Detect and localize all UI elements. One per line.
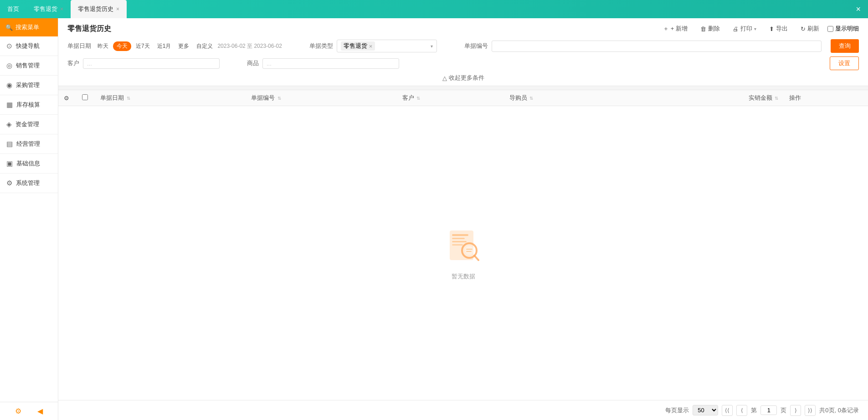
type-tag-close[interactable]: × (369, 43, 373, 50)
page-prefix-label: 第 (751, 406, 757, 415)
display-detail-checkbox[interactable] (827, 26, 833, 32)
print-icon: 🖨 (733, 26, 739, 32)
select-all-checkbox[interactable] (82, 94, 88, 100)
table-header-row: ⚙ 单据日期 ⇅ 单据编号 ⇅ (58, 90, 868, 106)
type-select[interactable]: 零售退货 × ▾ (337, 40, 437, 52)
sidebar-item-快捷导航[interactable]: ⊙快捷导航 (0, 36, 58, 56)
per-page-select[interactable]: 50 20 100 (693, 405, 718, 415)
query-button[interactable]: 查询 (831, 39, 859, 53)
print-button[interactable]: 🖨 打印 ▾ (728, 23, 761, 35)
customer-select[interactable]: ... (83, 58, 220, 69)
sort-amount-icon[interactable]: ⇅ (775, 96, 778, 101)
sidebar-item-库存核算[interactable]: ▦库存核算 (0, 95, 58, 115)
date-opt-更多[interactable]: 更多 (175, 41, 192, 51)
toolbar: ＋ + 新增 🗑 删除 🖨 打印 ▾ ⬆ 导出 (658, 23, 859, 35)
th-settings[interactable]: ⚙ (58, 90, 77, 106)
tab-零售退货[interactable]: 零售退货× (26, 0, 71, 18)
refresh-icon: ↻ (801, 26, 806, 32)
sidebar-item-采购管理[interactable]: ◉采购管理 (0, 76, 58, 95)
sidebar-icon: ◈ (6, 120, 12, 128)
sort-date-icon[interactable]: ⇅ (127, 96, 130, 101)
date-opt-今天[interactable]: 今天 (113, 41, 131, 51)
sidebar-menu: ⊙快捷导航◎销售管理◉采购管理▦库存核算◈资金管理▤经营管理▣基础信息⚙系统管理 (0, 36, 58, 402)
doc-number-input[interactable] (492, 41, 822, 52)
sidebar-item-label: 资金管理 (15, 120, 39, 128)
date-opt-近7天[interactable]: 近7天 (133, 41, 153, 51)
data-table: ⚙ 单据日期 ⇅ 单据编号 ⇅ (58, 90, 868, 106)
sort-customer-icon[interactable]: ⇅ (416, 96, 420, 101)
search-icon: 🔍 (5, 24, 13, 31)
customer-filter: 客户 ... (67, 58, 220, 69)
first-page-button[interactable]: ⟨⟨ (722, 405, 733, 416)
delete-button[interactable]: 🗑 删除 (696, 23, 724, 35)
doc-number-filter: 单据编号 (464, 41, 822, 52)
date-opt-自定义[interactable]: 自定义 (194, 41, 216, 51)
doc-number-label: 单据编号 (464, 42, 488, 50)
sidebar-item-label: 采购管理 (16, 81, 40, 89)
sidebar-item-基础信息[interactable]: ▣基础信息 (0, 154, 58, 174)
column-settings-icon[interactable]: ⚙ (64, 95, 69, 102)
svg-rect-1 (452, 234, 468, 236)
sidebar-item-系统管理[interactable]: ⚙系统管理 (0, 174, 58, 193)
sidebar-icon: ▤ (6, 140, 13, 148)
sidebar-item-label: 基础信息 (16, 159, 40, 168)
window-close-button[interactable]: × (848, 5, 868, 14)
page-title: 零售退货历史 (67, 24, 111, 34)
th-doc-number: 单据编号 ⇅ (246, 90, 396, 106)
goods-label: 商品 (247, 59, 259, 67)
tab-close-零售退货[interactable]: × (60, 6, 63, 12)
sidebar-item-label: 快捷导航 (16, 42, 40, 50)
date-label: 单据日期 (67, 42, 91, 50)
type-filter: 单据类型 零售退货 × ▾ (309, 40, 437, 52)
settings-button[interactable]: 设置 (830, 56, 859, 70)
goods-placeholder: ... (267, 60, 272, 67)
svg-rect-3 (452, 241, 467, 242)
tab-零售退货历史[interactable]: 零售退货历史× (71, 0, 127, 18)
collapse-up-icon: △ (442, 75, 447, 82)
sort-guide-icon[interactable]: ⇅ (529, 96, 533, 101)
sidebar-item-资金管理[interactable]: ◈资金管理 (0, 115, 58, 134)
next-page-button[interactable]: ⟩ (790, 405, 801, 416)
empty-state: 暂无数据 (58, 106, 868, 400)
goods-select[interactable]: ... (262, 58, 399, 69)
th-checkbox[interactable] (77, 90, 95, 106)
date-opt-近1月[interactable]: 近1月 (154, 41, 174, 51)
sidebar-icon: ◉ (6, 81, 12, 89)
date-range-display: 2023-06-02 至 2023-06-02 (217, 42, 282, 50)
svg-line-7 (474, 256, 478, 260)
prev-page-button[interactable]: ⟨ (736, 405, 747, 416)
th-customer: 客户 ⇅ (397, 90, 504, 106)
filter-row-1: 单据日期 昨天今天近7天近1月更多自定义2023-06-02 至 2023-06… (67, 39, 859, 53)
collapse-sidebar-icon[interactable]: ◀ (37, 407, 43, 415)
content-area: 零售退货历史 ＋ + 新增 🗑 删除 🖨 打印 ▾ (58, 18, 868, 420)
new-button[interactable]: ＋ + 新增 (658, 23, 692, 35)
sidebar-item-经营管理[interactable]: ▤经营管理 (0, 134, 58, 154)
date-filter: 单据日期 昨天今天近7天近1月更多自定义2023-06-02 至 2023-06… (67, 41, 282, 51)
tab-close-零售退货历史[interactable]: × (116, 6, 119, 12)
per-page-label: 每页显示 (665, 406, 689, 415)
page-number-input[interactable]: 1 (760, 405, 777, 415)
page-summary: 共0页, 0条记录 (819, 406, 859, 415)
svg-point-6 (465, 246, 474, 255)
date-opt-昨天[interactable]: 昨天 (95, 41, 111, 51)
collapse-bar[interactable]: △ 收起更多条件 (67, 72, 859, 86)
sidebar-search[interactable]: 🔍 搜索菜单 (0, 18, 58, 36)
filter-area: 单据日期 昨天今天近7天近1月更多自定义2023-06-02 至 2023-06… (67, 39, 859, 86)
collapse-label: 收起更多条件 (449, 74, 484, 82)
sort-docnum-icon[interactable]: ⇅ (277, 96, 281, 101)
page-unit-label: 页 (781, 406, 786, 415)
sidebar-icon: ▣ (6, 159, 13, 168)
date-options: 昨天今天近7天近1月更多自定义2023-06-02 至 2023-06-02 (95, 41, 282, 51)
settings-bottom-icon[interactable]: ⚙ (15, 407, 21, 415)
export-icon: ⬆ (769, 26, 774, 32)
sidebar-item-销售管理[interactable]: ◎销售管理 (0, 56, 58, 76)
table-container: ⚙ 单据日期 ⇅ 单据编号 ⇅ (58, 90, 868, 400)
last-page-button[interactable]: ⟩⟩ (805, 405, 816, 416)
tab-首页[interactable]: 首页 (0, 0, 26, 18)
new-icon: ＋ (663, 25, 669, 33)
refresh-button[interactable]: ↻ 刷新 (796, 23, 824, 35)
sidebar-search-label: 搜索菜单 (15, 23, 39, 31)
export-button[interactable]: ⬆ 导出 (765, 23, 792, 35)
svg-rect-4 (452, 244, 463, 246)
top-bar: 首页零售退货×零售退货历史× × (0, 0, 868, 18)
